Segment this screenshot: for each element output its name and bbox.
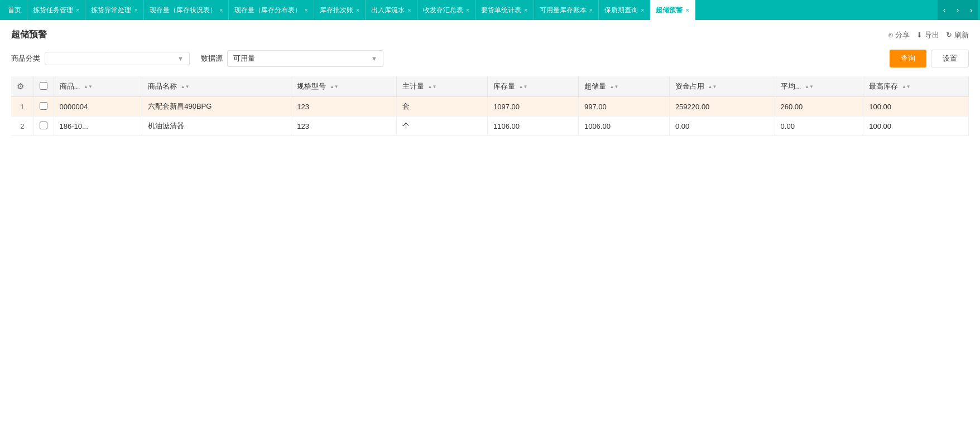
row-checkbox-cell (33, 97, 54, 117)
close-icon[interactable]: × (641, 7, 644, 13)
table-header-row: ⚙ 商品... ▲▼ 商品名称 ▲▼ 规格型号 ▲▼ 主计 (11, 76, 969, 97)
datasource-filter-group: 数据源 可用量 ▼ (201, 50, 383, 67)
col-avg: 平均... ▲▼ (775, 76, 863, 97)
close-icon[interactable]: × (466, 7, 469, 13)
nav-arrows: ‹ › › (938, 0, 978, 20)
row-number: 1 (11, 97, 33, 117)
col-settings: ⚙ (11, 76, 33, 97)
table-row: 1 0000004 六配套新昌490BPG 123 套 1097.00 997.… (11, 97, 969, 117)
col-spec-label: 规格型号 (297, 82, 326, 90)
close-icon[interactable]: × (685, 7, 689, 13)
nav-tab-home[interactable]: 首页 (2, 0, 27, 20)
nav-tab-summary[interactable]: 收发存汇总表 × (417, 0, 475, 20)
col-stock: 库存量 ▲▼ (487, 76, 578, 97)
settings-button[interactable]: 设置 (931, 50, 969, 67)
nav-prev-button[interactable]: ‹ (938, 0, 951, 20)
nav-tab-batch[interactable]: 库存批次账 × (314, 0, 366, 20)
export-icon: ⬇ (916, 31, 923, 39)
datasource-select-value: 可用量 (233, 54, 255, 64)
nav-next-button[interactable]: › (951, 0, 964, 20)
row-max-stock: 100.00 (863, 117, 969, 136)
col-spec: 规格型号 ▲▼ (291, 76, 397, 97)
row-stock: 1097.00 (487, 97, 578, 117)
row-max-stock: 100.00 (863, 97, 969, 117)
page-header: 超储预警 ⎋ 分享 ⬇ 导出 ↻ 刷新 (11, 29, 969, 41)
row-over-stock: 1006.00 (578, 117, 669, 136)
nav-more-button[interactable]: › (964, 0, 978, 20)
nav-tab-flow[interactable]: 出入库流水 × (366, 0, 417, 20)
row-capital: 259220.00 (669, 97, 775, 117)
col-product-code: 商品... ▲▼ (54, 76, 142, 97)
nav-tab-inventory-dist[interactable]: 现存量（库存分布表） × (229, 0, 314, 20)
chevron-down-icon: ▼ (177, 55, 184, 62)
query-button[interactable]: 查询 (890, 50, 926, 67)
row-avg: 260.00 (775, 97, 863, 117)
col-avg-label: 平均... (781, 82, 801, 90)
col-over-stock-label: 超储量 (584, 82, 606, 90)
row-unit: 套 (396, 97, 487, 117)
nav-tab-exception[interactable]: 拣货异常处理 × (85, 0, 143, 20)
nav-tab-overstock[interactable]: 超储预警 × (650, 0, 695, 20)
page-content: 超储预警 ⎋ 分享 ⬇ 导出 ↻ 刷新 商品分类 ▼ 数据源 (0, 20, 980, 446)
col-unit: 主计量 ▲▼ (396, 76, 487, 97)
refresh-icon: ↻ (946, 31, 952, 39)
sort-icon[interactable]: ▲▼ (181, 85, 190, 89)
col-capital-label: 资金占用 (675, 82, 704, 90)
row-capital: 0.00 (669, 117, 775, 136)
col-capital: 资金占用 ▲▼ (669, 76, 775, 97)
sort-icon[interactable]: ▲▼ (330, 85, 339, 89)
close-icon[interactable]: × (76, 7, 79, 13)
close-icon[interactable]: × (356, 7, 359, 13)
row-over-stock: 997.00 (578, 97, 669, 117)
export-button[interactable]: ⬇ 导出 (916, 30, 939, 40)
table-row: 2 186-10... 机油滤清器 123 个 1106.00 1006.00 … (11, 117, 969, 136)
row-product-code: 0000004 (54, 97, 142, 117)
close-icon[interactable]: × (304, 7, 308, 13)
col-over-stock: 超储量 ▲▼ (578, 76, 669, 97)
select-all-checkbox[interactable] (40, 82, 47, 90)
nav-tab-expiry[interactable]: 保质期查询 × (599, 0, 650, 20)
sort-icon[interactable]: ▲▼ (428, 85, 437, 89)
close-icon[interactable]: × (407, 7, 411, 13)
sort-icon[interactable]: ▲▼ (519, 85, 528, 89)
share-button[interactable]: ⎋ 分享 (888, 30, 910, 40)
col-stock-label: 库存量 (493, 82, 515, 90)
row-stock: 1106.00 (487, 117, 578, 136)
sort-icon[interactable]: ▲▼ (902, 85, 911, 89)
col-product-name-label: 商品名称 (148, 82, 177, 90)
close-icon[interactable]: × (524, 7, 527, 13)
filter-row: 商品分类 ▼ 数据源 可用量 ▼ 查询 设置 (11, 50, 969, 67)
sort-icon[interactable]: ▲▼ (84, 85, 93, 89)
header-actions: ⎋ 分享 ⬇ 导出 ↻ 刷新 (888, 30, 969, 40)
row-spec: 123 (291, 117, 397, 136)
sort-icon[interactable]: ▲▼ (708, 85, 717, 89)
gear-icon[interactable]: ⚙ (17, 81, 24, 91)
sort-icon[interactable]: ▲▼ (805, 85, 814, 89)
nav-tab-order-stats[interactable]: 要货单统计表 × (475, 0, 534, 20)
refresh-button[interactable]: ↻ 刷新 (946, 30, 969, 40)
data-table: ⚙ 商品... ▲▼ 商品名称 ▲▼ 规格型号 ▲▼ 主计 (11, 76, 969, 136)
row-avg: 0.00 (775, 117, 863, 136)
category-label: 商品分类 (11, 54, 40, 64)
close-icon[interactable]: × (589, 7, 593, 13)
col-max-stock: 最高库存 ▲▼ (863, 76, 969, 97)
col-product-name: 商品名称 ▲▼ (142, 76, 291, 97)
chevron-down-icon: ▼ (371, 55, 377, 62)
close-icon[interactable]: × (134, 7, 137, 13)
col-max-stock-label: 最高库存 (869, 82, 898, 90)
close-icon[interactable]: × (219, 7, 223, 13)
category-select[interactable]: ▼ (45, 52, 190, 65)
datasource-label: 数据源 (201, 54, 223, 64)
nav-tab-available[interactable]: 可用量库存账本 × (534, 0, 599, 20)
filter-actions: 查询 设置 (890, 50, 969, 67)
sort-icon[interactable]: ▲▼ (610, 85, 619, 89)
nav-tab-task[interactable]: 拣货任务管理 × (27, 0, 85, 20)
nav-tab-inventory-status[interactable]: 现存量（库存状况表） × (144, 0, 229, 20)
datasource-select[interactable]: 可用量 ▼ (227, 50, 383, 67)
row-checkbox[interactable] (40, 122, 47, 129)
row-product-name: 机油滤清器 (142, 117, 291, 136)
col-unit-label: 主计量 (402, 82, 424, 90)
row-spec: 123 (291, 97, 397, 117)
row-checkbox[interactable] (40, 102, 47, 110)
row-product-name: 六配套新昌490BPG (142, 97, 291, 117)
